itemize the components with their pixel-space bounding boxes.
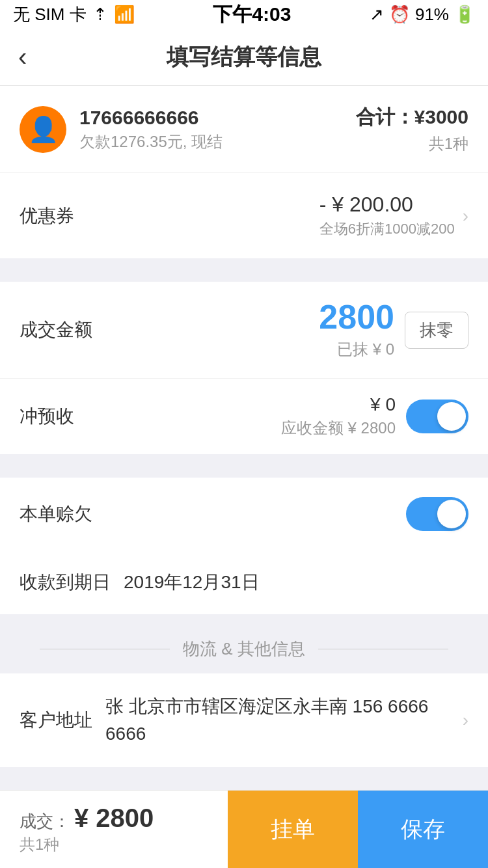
coupon-right: - ¥ 200.00 全场6折满1000减200 › — [319, 193, 468, 239]
precharge-sub: 应收金额 ¥ 2800 — [281, 418, 396, 439]
nav-bar: ‹ 填写结算等信息 — [0, 29, 488, 86]
battery-label: 91% — [415, 5, 449, 25]
toggle-knob — [437, 402, 466, 431]
user-info: 17666666666 欠款1276.35元, 现结 — [79, 107, 223, 152]
deal-right: 2800 已抹 ¥ 0 抹零 — [319, 300, 468, 360]
gray-divider-2 — [0, 465, 488, 478]
deal-section: 成交金额 2800 已抹 ¥ 0 抹零 冲预收 ¥ 0 应收金额 ¥ 2800 — [0, 282, 488, 454]
duedate-row: 收款到期日 2019年12月31日 — [0, 550, 488, 614]
single-debt-row: 本单赊欠 — [0, 478, 488, 550]
status-time: 下午4:03 — [213, 1, 291, 28]
deal-amount-label: 成交金额 — [20, 318, 92, 342]
duedate-label: 收款到期日 — [20, 570, 111, 595]
bottom-info: 成交： ¥ 2800 共1种 — [0, 804, 228, 855]
hang-button[interactable]: 挂单 — [228, 791, 358, 869]
page-title: 填写结算等信息 — [167, 42, 321, 72]
logistics-label: 物流 & 其他信息 — [183, 638, 305, 660]
back-button[interactable]: ‹ — [18, 42, 27, 72]
status-right: ↗ ⏰ 91% 🔋 — [370, 5, 475, 25]
precharge-row: 冲预收 ¥ 0 应收金额 ¥ 2800 — [0, 378, 488, 454]
avatar: 👤 — [20, 106, 66, 153]
save-button[interactable]: 保存 — [358, 791, 488, 869]
status-left: 无 SIM 卡 ⇡ 📶 — [13, 3, 135, 26]
bottom-bar: 成交： ¥ 2800 共1种 挂单 保存 — [0, 790, 488, 868]
precharge-label: 冲预收 — [20, 404, 74, 429]
duedate-value: 2019年12月31日 — [124, 570, 260, 595]
deal-amount-sub: 已抹 ¥ 0 — [319, 339, 394, 360]
divider-line-left — [40, 649, 170, 649]
wifi-icon: ⇡ — [93, 5, 107, 25]
user-sub: 欠款1276.35元, 现结 — [79, 131, 223, 152]
coupon-row[interactable]: 优惠券 - ¥ 200.00 全场6折满1000减200 › — [0, 172, 488, 258]
user-phone: 17666666666 — [79, 107, 223, 129]
user-left: 👤 17666666666 欠款1276.35元, 现结 — [20, 106, 223, 153]
address-label: 客户地址 — [20, 708, 92, 733]
single-debt-section: 本单赊欠 收款到期日 2019年12月31日 — [0, 478, 488, 614]
user-row: 👤 17666666666 欠款1276.35元, 现结 合计：¥3000 共1… — [0, 86, 488, 172]
address-value: 张 北京市市辖区海淀区永丰南 156 6666 6666 — [105, 693, 450, 748]
bottom-deal-label: 成交： — [20, 810, 70, 833]
deal-amount-value: 2800 — [319, 300, 394, 334]
avatar-icon: 👤 — [28, 115, 59, 144]
divider-line-right — [318, 649, 448, 649]
gray-divider-1 — [0, 269, 488, 282]
precharge-amount: ¥ 0 — [281, 394, 396, 415]
single-debt-label: 本单赊欠 — [20, 502, 92, 526]
total-amount: 合计：¥3000 — [356, 104, 468, 131]
logistics-divider: 物流 & 其他信息 — [0, 625, 488, 673]
user-info-section: 👤 17666666666 欠款1276.35元, 现结 合计：¥3000 共1… — [0, 86, 488, 258]
battery-icon: 🔋 — [454, 5, 475, 25]
address-chevron-icon: › — [463, 710, 468, 731]
status-bar: 无 SIM 卡 ⇡ 📶 下午4:03 ↗ ⏰ 91% 🔋 — [0, 0, 488, 29]
location-icon: ↗ — [370, 5, 384, 25]
round-zero-button[interactable]: 抹零 — [405, 312, 468, 349]
deal-amount-row: 成交金额 2800 已抹 ¥ 0 抹零 — [0, 282, 488, 378]
bottom-deal-amount: ¥ 2800 — [74, 804, 154, 833]
address-section: 客户地址 张 北京市市辖区海淀区永丰南 156 6666 6666 › — [0, 673, 488, 767]
sim-label: 无 SIM 卡 — [13, 3, 87, 26]
coupon-chevron-icon: › — [463, 206, 468, 226]
coupon-label: 优惠券 — [20, 204, 74, 228]
user-total: 合计：¥3000 共1种 — [356, 104, 468, 154]
coupon-amount: - ¥ 200.00 — [319, 193, 455, 217]
single-debt-toggle[interactable] — [406, 497, 468, 531]
coupon-sub: 全场6折满1000减200 — [319, 219, 455, 239]
address-row[interactable]: 客户地址 张 北京市市辖区海淀区永丰南 156 6666 6666 › — [0, 673, 488, 767]
single-debt-toggle-knob — [437, 500, 466, 528]
precharge-toggle[interactable] — [406, 400, 468, 433]
wifi-signal: 📶 — [114, 5, 135, 25]
bottom-deal-count: 共1种 — [20, 834, 208, 855]
alarm-icon: ⏰ — [389, 5, 410, 25]
total-sub: 共1种 — [356, 133, 468, 154]
